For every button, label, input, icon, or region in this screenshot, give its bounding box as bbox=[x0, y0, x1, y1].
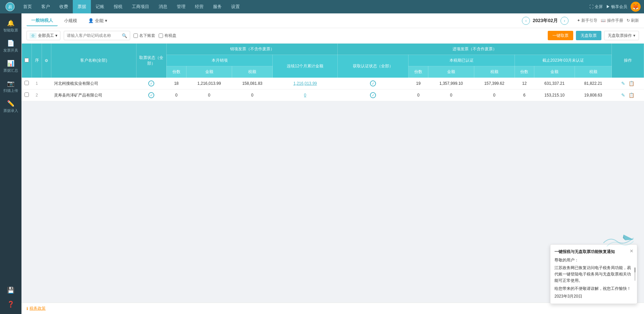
row-period-count: 19 bbox=[409, 78, 428, 89]
popup-title: 一键报税与无盘取票功能恢复通知 bbox=[554, 249, 633, 255]
prev-month-btn[interactable]: ‹ bbox=[522, 17, 530, 25]
table-row: 1 河北柯搜梳实业有限公司 ✓ 18 1,216,013.99 158,081.… bbox=[22, 78, 644, 89]
th-purchase: 进项发票（不含作废票） bbox=[338, 44, 612, 55]
nav-home[interactable]: 首页 bbox=[18, 0, 37, 13]
manual-btn[interactable]: 📖 操作手册 bbox=[601, 18, 623, 23]
sidebar-item-scan-upload[interactable]: 📷 扫描上传 bbox=[1, 77, 20, 96]
next-month-btn[interactable]: › bbox=[560, 17, 569, 25]
sidebar-item-smart-ticket[interactable]: 🔔 智能取票 bbox=[1, 17, 20, 36]
row-customer: 灵寿县尚泽矿产品有限公司 bbox=[51, 89, 137, 101]
row-deadline-count: 12 bbox=[515, 78, 534, 89]
row-checkbox[interactable] bbox=[22, 78, 32, 89]
nav-operation[interactable]: 经营 bbox=[190, 0, 208, 13]
search-box: 🔍 bbox=[64, 31, 130, 40]
cert-check-icon: ✓ bbox=[370, 92, 376, 98]
subordinate-filter[interactable]: 名下账套 bbox=[133, 33, 155, 39]
sidebar-item-invoice-issue[interactable]: 📄 发票开具 bbox=[1, 37, 20, 56]
sidebar-item-ticket-summary[interactable]: 📊 票据汇总 bbox=[1, 57, 20, 76]
tab-general-taxpayer[interactable]: 一般纳税人 bbox=[26, 15, 58, 26]
nav-manage[interactable]: 管理 bbox=[172, 0, 190, 13]
subordinate-checkbox[interactable] bbox=[133, 34, 138, 38]
sidebar-bottom: 💾 ❓ bbox=[1, 284, 20, 314]
nav-business[interactable]: 工商项目 bbox=[127, 0, 154, 13]
sidebar: 🔔 智能取票 📄 发票开具 📊 票据汇总 📷 扫描上传 ✏️ 票据录入 💾 ❓ bbox=[0, 13, 21, 314]
nav-accounting[interactable]: 记账 bbox=[91, 0, 109, 13]
row-period-amount: 0 bbox=[428, 89, 474, 101]
row-monthly-count: 18 bbox=[166, 78, 186, 89]
th-customer: 客户名称(全部) bbox=[51, 44, 137, 78]
yijian-quepiao-btn[interactable]: 一键取票 bbox=[548, 31, 573, 40]
month-navigation: ‹ 2023年02月 › bbox=[522, 17, 569, 25]
main-table: 序 ⚙ 客户名称(全部) 取票状态（全部） 销项发票（不含作废票） 进项发票（不… bbox=[21, 43, 644, 101]
avatar[interactable]: 🦊 bbox=[631, 2, 641, 12]
popup-greeting: 尊敬的用户： bbox=[554, 257, 633, 263]
chevron-down-icon: ▾ bbox=[105, 18, 107, 23]
edit-icon[interactable]: ✎ bbox=[621, 92, 625, 98]
table-body: 1 河北柯搜梳实业有限公司 ✓ 18 1,216,013.99 158,081.… bbox=[22, 78, 644, 101]
row-period-amount: 1,357,999.10 bbox=[428, 78, 474, 89]
th-monthly-tax: 税额 bbox=[232, 66, 273, 78]
help-icon: ❓ bbox=[7, 301, 14, 308]
th-deadline-amount: 金额 bbox=[534, 66, 575, 78]
detail-icon[interactable]: 📋 bbox=[629, 92, 634, 98]
row-deadline-amount: 631,337.21 bbox=[534, 78, 575, 89]
popup-content: 江苏政务网已恢复访问电子税务局功能，易代账一键登陆电子税务局与无盘取票相关功能可… bbox=[554, 265, 633, 284]
nav-service[interactable]: 服务 bbox=[208, 0, 226, 13]
notification-popup: ✕ 一键报税与无盘取票功能恢复通知 尊敬的用户： 江苏政务网已恢复访问电子税务局… bbox=[550, 244, 637, 304]
cumulative-link[interactable]: 1,216,013.99 bbox=[293, 81, 317, 86]
row-deadline-tax: 81,822.21 bbox=[575, 78, 611, 89]
th-deadline-count: 份数 bbox=[515, 66, 534, 78]
wupan-quepiao-btn[interactable]: 无盘取票 bbox=[576, 31, 601, 40]
th-action: 操作 bbox=[612, 44, 644, 78]
refresh-btn[interactable]: ↻ 刷新 bbox=[627, 18, 639, 23]
tax-policy-link[interactable]: 税务政策 bbox=[30, 306, 46, 311]
th-settings[interactable]: ⚙ bbox=[42, 44, 51, 78]
all-icon: 👤 bbox=[88, 18, 94, 23]
sidebar-help[interactable]: ❓ bbox=[1, 298, 20, 311]
row-cumulative: 0 bbox=[273, 89, 338, 101]
member-btn[interactable]: ▶ 畅享会员 bbox=[606, 4, 627, 10]
row-deadline-amount: 153,215.10 bbox=[534, 89, 575, 101]
status-check-icon: ✓ bbox=[148, 92, 154, 98]
edit-icon[interactable]: ✎ bbox=[621, 81, 625, 86]
popup-close-btn[interactable]: ✕ bbox=[630, 247, 634, 255]
fullscreen-btn[interactable]: ⛶ 全屏 bbox=[589, 4, 602, 10]
sidebar-item-ticket-entry[interactable]: ✏️ 票据录入 bbox=[1, 97, 20, 116]
cert-check-icon: ✓ bbox=[370, 80, 376, 86]
row-checkbox[interactable] bbox=[22, 89, 32, 101]
row-number: 1 bbox=[32, 78, 42, 89]
tab-small-scale[interactable]: 小规模 bbox=[59, 16, 82, 26]
nav-invoice[interactable]: 票据 bbox=[73, 0, 91, 13]
search-input[interactable] bbox=[67, 33, 120, 38]
row-monthly-tax: 158,081.83 bbox=[232, 78, 273, 89]
sidebar-download[interactable]: 💾 bbox=[1, 284, 20, 297]
toolbar: 全 全部员工 ▾ 🔍 名下账套 有税盘 一键取票 无盘取票 无盘取票操作 bbox=[21, 28, 644, 43]
taxpad-filter[interactable]: 有税盘 bbox=[159, 33, 176, 39]
employee-filter[interactable]: 全 全部员工 ▾ bbox=[26, 31, 60, 40]
th-monthly-sales: 本月销项 bbox=[166, 55, 272, 66]
search-icon[interactable]: 🔍 bbox=[122, 33, 127, 38]
nav-customer[interactable]: 客户 bbox=[37, 0, 55, 13]
popup-date: 2023年3月20日 bbox=[554, 293, 633, 300]
row-select-checkbox[interactable] bbox=[24, 92, 29, 97]
row-deadline-tax: 19,808.63 bbox=[575, 89, 611, 101]
th-deadline-tax: 税额 bbox=[575, 66, 611, 78]
download-icon: 💾 bbox=[7, 287, 14, 294]
nav-fee[interactable]: 收费 bbox=[55, 0, 73, 13]
wupan-ops-btn[interactable]: 无盘取票操作 ▾ bbox=[604, 31, 639, 40]
nav-settings[interactable]: 设置 bbox=[226, 0, 245, 13]
th-monthly-count: 份数 bbox=[166, 66, 186, 78]
row-select-checkbox[interactable] bbox=[24, 81, 29, 85]
tab-all[interactable]: 👤 全能 ▾ bbox=[84, 16, 112, 26]
popup-apology: 给您带来的不便敬请谅解，祝您工作愉快！ bbox=[554, 286, 633, 292]
detail-icon[interactable]: 📋 bbox=[629, 81, 634, 86]
taxpad-checkbox[interactable] bbox=[159, 34, 163, 38]
new-guide-btn[interactable]: ✦ 新手引导 bbox=[577, 18, 597, 23]
nav-message[interactable]: 消息 bbox=[154, 0, 172, 13]
select-all-checkbox[interactable] bbox=[24, 58, 29, 62]
status-check-icon: ✓ bbox=[148, 80, 154, 86]
cumulative-link[interactable]: 0 bbox=[304, 93, 306, 98]
smart-ticket-icon: 🔔 bbox=[7, 19, 14, 27]
nav-tax[interactable]: 报税 bbox=[109, 0, 127, 13]
row-status: ✓ bbox=[136, 78, 166, 89]
